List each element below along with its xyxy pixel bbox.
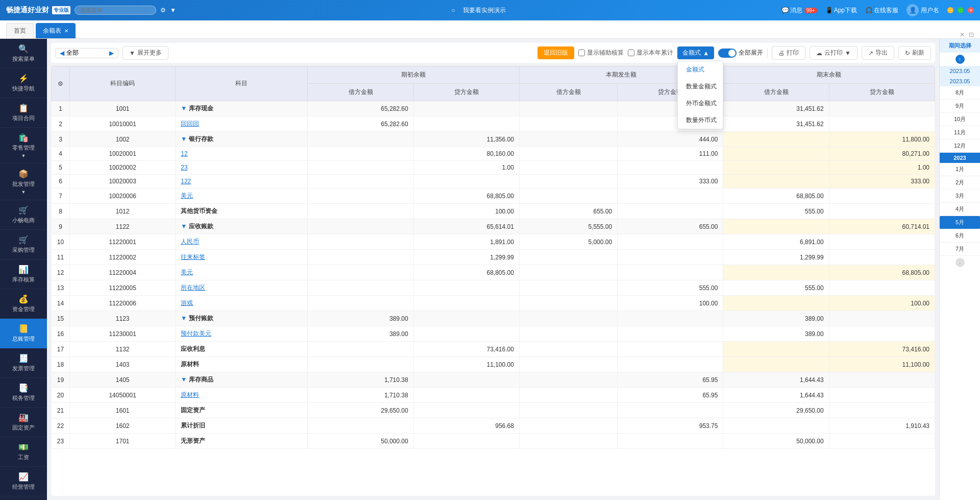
table-row-cp_debit-2 [519,132,617,147]
sidebar-item-quick[interactable]: ⚡ 快捷导航 [0,68,47,98]
period-month-9[interactable]: 9月 [940,100,980,113]
table-row-name-0[interactable]: ▼库存现金 [176,101,308,116]
refresh-button[interactable]: ↻ 刷新 [898,46,931,60]
show-assist-checkbox[interactable] [578,50,585,56]
table-row-code-2: 1002 [70,132,176,147]
table-row-num-22: 23 [52,434,70,449]
expand-all-switch[interactable] [718,49,737,58]
user-avatar[interactable]: 👤 用户名 [906,4,939,16]
table-row-code-19: 14050001 [70,388,176,403]
show-ytd-checkbox[interactable] [628,50,634,56]
period-month-8[interactable]: 8月 [940,86,980,100]
period-month-11[interactable]: 11月 [940,126,980,139]
period-month-1[interactable]: 1月 [940,163,980,176]
sidebar-item-ledger[interactable]: 📒 总账管理 [0,319,47,348]
period-month-7[interactable]: 7月 [940,243,980,256]
print-button[interactable]: 🖨 打印 [772,46,805,60]
sidebar-item-fund[interactable]: 💰 资金管理 [0,289,47,319]
export-button[interactable]: ↗ 导出 [862,46,894,60]
dropdown-item-qty-foreign[interactable]: 数量外币式 [678,112,723,129]
sidebar-item-salary-label: 工资 [18,454,29,461]
sidebar-item-ecommerce[interactable]: 🛒 小畅电商 [0,200,47,230]
sidebar-item-wholesale[interactable]: 📦 批发管理 ▼ [0,164,47,200]
cloud-print-button[interactable]: ☁ 云打印 ▼ [810,46,857,60]
table-row-cb_credit-4: 1.00 [829,161,935,175]
app-download[interactable]: 📱 App下载 [825,6,857,15]
back-old-button[interactable]: 退回旧版 [537,46,574,59]
search-right-arrow[interactable]: ▶ [109,50,114,57]
period-month-2[interactable]: 2月 [940,176,980,189]
table-row-num-0: 1 [52,101,70,116]
top-search-input[interactable] [75,6,156,15]
table-row-name-18[interactable]: ▼库存商品 [176,372,308,388]
tab-balance-close[interactable]: ✕ [64,28,68,34]
sidebar-item-contract[interactable]: 📋 项目合同 [0,98,47,128]
table-row-cp_credit-20 [618,403,723,418]
period-month-10[interactable]: 10月 [940,113,980,126]
table-row-cp_debit-12 [519,280,617,296]
sidebar-item-retail[interactable]: 🛍️ 零售管理 ▼ [0,128,47,164]
tab-balance-label: 余额表 [43,27,61,35]
sidebar-item-purchase[interactable]: 🛒 采购管理 [0,230,47,259]
table-row-ob_credit-4: 1.00 [413,161,519,175]
expand-more-button[interactable]: ▼ 展开更多 [122,46,168,60]
period-prev-year[interactable]: ↑ [955,55,965,64]
table-row-name-13: 游戏 [176,296,308,311]
dropdown-item-foreign-amount[interactable]: 外币金额式 [678,95,723,112]
table-row-code-16: 1132 [70,342,176,357]
table-row-name-16[interactable]: 应收利息 [176,342,308,357]
tab-balance[interactable]: 余额表 ✕ [36,23,76,38]
dropdown-item-amount[interactable]: 金额式 [678,61,723,78]
down-arrow-icon[interactable]: ▼ [170,7,176,14]
table-row-cp_debit-8: 5,555.00 [519,219,617,234]
dropdown-item-qty-amount[interactable]: 数量金额式 [678,78,723,95]
sidebar-item-inventory[interactable]: 📊 库存核算 [0,259,47,289]
table-row-name-7[interactable]: 其他货币资金 [176,204,308,219]
sidebar-item-expense[interactable]: 💳 小畅报销 [0,496,47,500]
sidebar-item-invoice[interactable]: 🧾 发票管理 [0,348,47,378]
balance-table-container: ⚙ 科目编码 科目 期初余额 本期发生额 期末余额 借方金额 贷方金额 借方金额 [51,66,935,496]
sidebar-item-tax[interactable]: 📑 税务管理 [0,378,47,408]
table-row-num-1: 2 [52,116,70,132]
maximize-button[interactable]: □ [958,7,964,13]
period-month-3[interactable]: 3月 [940,189,980,203]
search-left-arrow[interactable]: ◀ [60,50,64,57]
tab-menu[interactable]: ⊡ [969,31,974,38]
period-month-12[interactable]: 12月 [940,139,980,153]
table-row-cb_credit-10 [829,250,935,265]
table-row-num-20: 21 [52,403,70,418]
period-next[interactable]: ↓ [955,258,965,267]
settings-icon[interactable]: ⚙ [160,7,166,14]
table-row-cp_credit-15 [618,326,723,342]
sidebar-item-salary[interactable]: 💵 工资 [0,437,47,467]
period-month-6[interactable]: 6月 [940,229,980,243]
table-row-name-14[interactable]: ▼预付账款 [176,311,308,326]
table-row-name-22[interactable]: 无形资产 [176,434,308,449]
period-month-4[interactable]: 4月 [940,203,980,216]
online-service[interactable]: 🎧 在线客服 [865,6,898,15]
col-settings-icon[interactable]: ⚙ [58,80,63,87]
table-row-name-21[interactable]: 累计折旧 [176,418,308,434]
table-row-cp_credit-12: 555.00 [618,280,723,296]
minimize-button[interactable]: − [947,7,953,13]
sidebar-item-fixed[interactable]: 🏭 固定资产 [0,408,47,437]
table-row-cp_credit-14 [618,311,723,326]
table-row-name-8[interactable]: ▼应收账款 [176,219,308,234]
view-mode-button[interactable]: 金额式 ▲ [677,46,714,59]
sidebar-item-search[interactable]: 🔍 搜索菜单 [0,39,47,68]
table-row-name-20[interactable]: 固定资产 [176,403,308,418]
table-row-name-2[interactable]: ▼银行存款 [176,132,308,147]
tab-home[interactable]: 首页 [6,23,34,38]
sidebar-item-management[interactable]: 📈 经营管理 [0,467,47,496]
message-area[interactable]: 💬 消息 99+ [781,6,817,15]
tab-close-all[interactable]: ✕ [960,31,965,38]
table-row-cb_credit-17: 11,100.00 [829,357,935,372]
table-row-name-17[interactable]: 原材料 [176,357,308,372]
period-month-5[interactable]: 5月 [940,216,980,229]
close-button[interactable]: ✕ [968,7,974,13]
table-row-num-18: 19 [52,372,70,388]
table-row-num-11: 12 [52,265,70,280]
subject-search-input[interactable] [66,50,107,57]
table-row-ob_debit-20: 29,650.00 [308,403,413,418]
demo-text[interactable]: 我要看实例演示 [463,6,506,15]
